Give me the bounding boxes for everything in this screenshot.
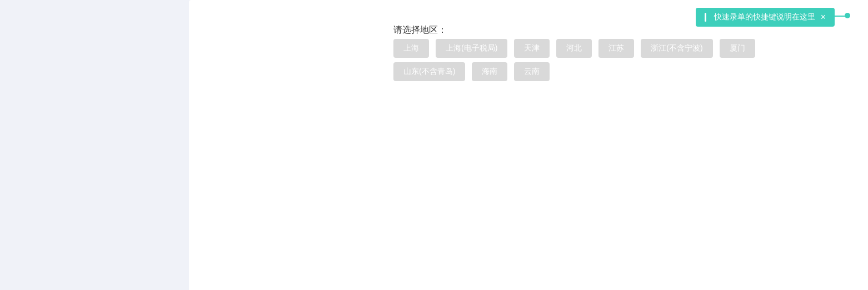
- region-row-1: 上海上海(电子税局)天津河北江苏浙江(不含宁波)厦门: [393, 39, 755, 58]
- region-btn-jiangsu[interactable]: 江苏: [598, 39, 634, 58]
- region-btn-tianjin[interactable]: 天津: [514, 39, 550, 58]
- region-btn-shanghai-etax[interactable]: 上海(电子税局): [436, 39, 507, 58]
- region-btn-hebei[interactable]: 河北: [556, 39, 592, 58]
- sidebar: [0, 0, 189, 290]
- region-btn-shanghai[interactable]: 上海: [393, 39, 429, 58]
- tooltip-dot: [845, 13, 850, 18]
- page-label: 请选择地区：: [393, 24, 447, 36]
- region-btn-hainan[interactable]: 海南: [472, 62, 507, 81]
- region-btn-shandong[interactable]: 山东(不含青岛): [393, 62, 465, 81]
- tooltip-close-button[interactable]: ×: [821, 13, 826, 22]
- main-content: 请选择地区： 上海上海(电子税局)天津河北江苏浙江(不含宁波)厦门 山东(不含青…: [189, 0, 868, 290]
- tooltip-text: 快速录单的快捷键说明在这里: [714, 12, 815, 22]
- region-row-2: 山东(不含青岛)海南云南: [393, 62, 550, 81]
- region-btn-xiamen[interactable]: 厦门: [720, 39, 755, 58]
- tooltip-bar: [705, 13, 706, 22]
- tooltip-banner[interactable]: 快速录单的快捷键说明在这里 ×: [696, 8, 835, 27]
- region-btn-zhejiang[interactable]: 浙江(不含宁波): [641, 39, 712, 58]
- region-btn-yunnan[interactable]: 云南: [514, 62, 550, 81]
